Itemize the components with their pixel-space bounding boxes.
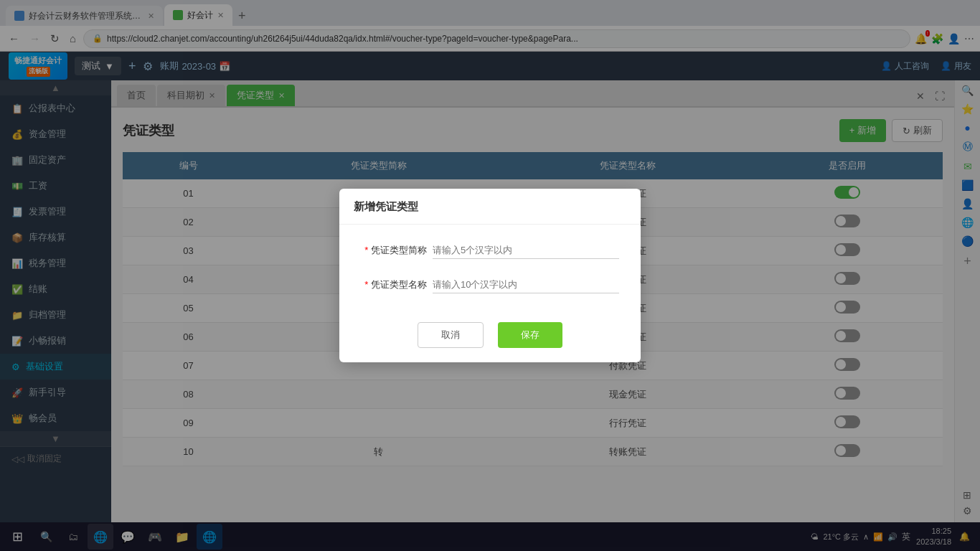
cancel-button[interactable]: 取消 xyxy=(418,322,484,348)
dialog: 新增凭证类型 * 凭证类型简称 * 凭证类型名称 取消 保存 xyxy=(339,189,641,362)
short-label: * 凭证类型简称 xyxy=(361,244,433,257)
dialog-title: 新增凭证类型 xyxy=(339,189,641,225)
short-input[interactable] xyxy=(433,242,619,259)
name-label: * 凭证类型名称 xyxy=(361,278,433,291)
name-input[interactable] xyxy=(433,276,619,293)
save-button[interactable]: 保存 xyxy=(498,322,562,348)
dialog-overlay: 新增凭证类型 * 凭证类型简称 * 凭证类型名称 取消 保存 xyxy=(0,0,980,551)
